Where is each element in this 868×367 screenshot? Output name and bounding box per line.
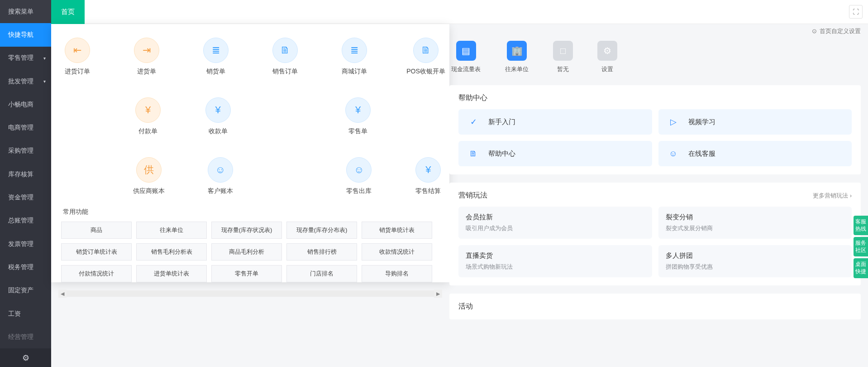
- scroll-track[interactable]: [67, 290, 434, 297]
- flow-node[interactable]: 供 供应商账本: [133, 157, 165, 195]
- flow-node[interactable]: 🗎 POS收银开单: [410, 38, 442, 76]
- quick-tile-icon: ▤: [456, 41, 476, 61]
- sidebar-item-ecom[interactable]: 电商管理: [0, 116, 51, 139]
- common-function-button[interactable]: 付款情况统计: [61, 265, 132, 282]
- flow-node[interactable]: ¥ 零售结算: [415, 157, 442, 195]
- mkt-card-title: 裂变分销: [666, 213, 845, 222]
- flow-icon: ¥: [205, 97, 231, 123]
- sidebar-search[interactable]: 搜索菜单: [0, 0, 51, 23]
- common-function-button[interactable]: 商品: [61, 222, 132, 239]
- common-function-button[interactable]: 门店排名: [286, 265, 357, 282]
- help-card[interactable]: ☺ 在线客服: [658, 141, 852, 166]
- help-card[interactable]: ▷ 视频学习: [658, 109, 852, 135]
- quick-tile[interactable]: 🏢 往来单位: [505, 41, 529, 73]
- tab-home[interactable]: 首页: [51, 0, 85, 24]
- sidebar-item-funds[interactable]: 资金管理: [0, 186, 51, 209]
- quick-tile[interactable]: ⚙ 设置: [597, 41, 617, 73]
- common-function-button[interactable]: 销货订单统计表: [61, 243, 132, 261]
- flow-icon: ¥: [345, 97, 371, 123]
- activity-panel: 活动: [449, 294, 861, 319]
- marketing-card[interactable]: 会员拉新 吸引用户成为会员: [458, 207, 652, 239]
- sidebar-item-invoice[interactable]: 发票管理: [0, 232, 51, 256]
- flow-node[interactable]: ¥ 付款单: [134, 97, 162, 135]
- flow-label: 零售结算: [415, 187, 441, 195]
- flow-icon: 🗎: [413, 38, 439, 63]
- mkt-card-sub: 吸引用户成为会员: [466, 224, 645, 232]
- help-title: 帮助中心: [458, 93, 487, 103]
- flow-label: 供应商账本: [133, 187, 165, 195]
- marketing-card[interactable]: 裂变分销 裂变式发展分销商: [658, 207, 852, 239]
- flow-icon: ¥: [135, 97, 161, 123]
- common-function-button[interactable]: 现存量(库存状况表): [211, 222, 282, 239]
- mkt-card-title: 直播卖货: [466, 251, 645, 260]
- help-card-label: 视频学习: [688, 118, 715, 126]
- help-card[interactable]: ✓ 新手入门: [458, 109, 652, 135]
- flow-node[interactable]: ☺ 零售出库: [345, 157, 373, 195]
- flow-node[interactable]: ≣ 商城订单: [340, 38, 368, 76]
- common-function-button[interactable]: 零售开单: [211, 265, 282, 282]
- mkt-card-sub: 拼团购物享受优惠: [666, 263, 845, 271]
- flow-node[interactable]: ⇥ 进货单: [133, 38, 161, 76]
- side-tag[interactable]: 客服 热线: [854, 216, 868, 235]
- quick-tile-label: 设置: [601, 65, 613, 73]
- marketing-card[interactable]: 直播卖货 场景式购物新玩法: [458, 245, 652, 277]
- marketing-panel: 营销玩法 更多营销玩法 › 会员拉新 吸引用户成为会员 裂变分销 裂变式发展分销…: [449, 183, 861, 285]
- common-function-button[interactable]: 销货单统计表: [362, 222, 432, 239]
- home-customize-link[interactable]: ⊙首页自定义设置: [449, 27, 861, 35]
- custom-label: 首页自定义设置: [820, 28, 861, 34]
- horizontal-scrollbar[interactable]: ◀ ▶: [58, 290, 442, 298]
- mkt-more-link[interactable]: 更多营销玩法 ›: [813, 192, 852, 200]
- sidebar-item-quicknav[interactable]: 快捷导航: [0, 23, 51, 46]
- sidebar-settings[interactable]: ⚙: [0, 348, 51, 367]
- quick-tile[interactable]: □ 暂无: [553, 41, 573, 73]
- quick-tile-label: 往来单位: [505, 65, 529, 73]
- sidebar-item-ledger[interactable]: 总账管理: [0, 209, 51, 232]
- sidebar-item-assets[interactable]: 固定资产: [0, 279, 51, 302]
- common-function-button[interactable]: 销售排行榜: [286, 243, 357, 261]
- sidebar-label: 快捷导航: [8, 31, 33, 39]
- flow-label: 零售单: [348, 127, 367, 135]
- flow-icon: 🗎: [272, 38, 298, 63]
- sidebar-item-inventory[interactable]: 库存核算: [0, 163, 51, 186]
- side-tag[interactable]: 服务 社区: [854, 237, 868, 256]
- sidebar-item-wholesale[interactable]: 批发管理▾: [0, 70, 51, 93]
- quick-tile[interactable]: ▤ 现金流量表: [451, 41, 481, 73]
- flow-node[interactable]: ¥ 零售单: [344, 97, 372, 135]
- flow-label: 商城订单: [342, 68, 367, 76]
- common-function-button[interactable]: 导购排名: [362, 265, 432, 282]
- sidebar-item-retail[interactable]: 零售管理▾: [0, 47, 51, 70]
- side-tag[interactable]: 桌面 快捷: [854, 258, 868, 278]
- common-function-button[interactable]: 往来单位: [136, 222, 207, 239]
- flow-node[interactable]: 🗎 销售订单: [271, 38, 299, 76]
- flow-node[interactable]: ☺ 客户账本: [206, 157, 234, 195]
- help-card[interactable]: 🗎 帮助中心: [458, 141, 652, 166]
- marketing-card[interactable]: 多人拼团 拼团购物享受优惠: [658, 245, 852, 277]
- common-function-button[interactable]: 商品毛利分析: [211, 243, 282, 261]
- common-function-button[interactable]: 收款情况统计: [362, 243, 432, 261]
- flow-node[interactable]: ⇤ 进货订单: [64, 38, 91, 76]
- mkt-card-title: 多人拼团: [666, 251, 845, 260]
- scroll-left-icon[interactable]: ◀: [58, 290, 67, 298]
- common-function-button[interactable]: 进货单统计表: [136, 265, 207, 282]
- common-function-button[interactable]: 销售毛利分析表: [136, 243, 207, 261]
- flow-label: 进货单: [137, 68, 156, 76]
- mkt-card-sub: 场景式购物新玩法: [466, 263, 645, 271]
- sidebar-item-salary[interactable]: 工资: [0, 302, 51, 325]
- help-card-label: 在线客服: [688, 150, 715, 158]
- scroll-right-icon[interactable]: ▶: [434, 290, 442, 298]
- sidebar-item-ops[interactable]: 经营管理: [0, 325, 51, 348]
- sidebar-item-tax[interactable]: 税务管理: [0, 256, 51, 279]
- sidebar-item-purchase[interactable]: 采购管理: [0, 140, 51, 163]
- flow-icon: ☺: [346, 157, 372, 183]
- flow-node[interactable]: ¥ 收款单: [204, 97, 232, 135]
- flow-node[interactable]: ≣ 销货单: [202, 38, 230, 76]
- mkt-card-sub: 裂变式发展分销商: [666, 224, 845, 232]
- common-function-button[interactable]: 现存量(库存分布表): [286, 222, 357, 239]
- gear-icon: ⚙: [22, 353, 29, 363]
- fullscreen-button[interactable]: ⛶: [849, 5, 863, 19]
- side-tags: 客服 热线服务 社区桌面 快捷: [854, 216, 868, 278]
- quick-tile-label: 现金流量表: [451, 65, 481, 73]
- help-card-label: 帮助中心: [488, 150, 515, 158]
- sidebar-item-xc-ecom[interactable]: 小畅电商: [0, 93, 51, 116]
- target-icon: ⊙: [812, 28, 817, 34]
